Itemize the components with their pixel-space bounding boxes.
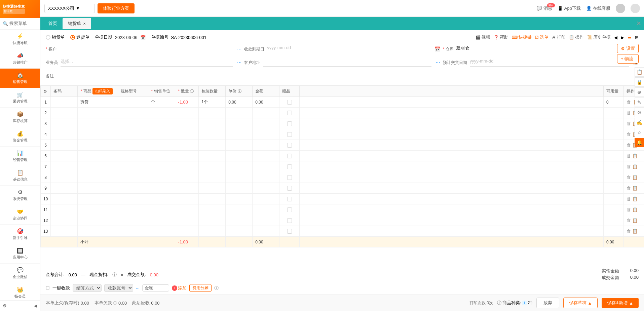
right-sidebar-btn-2[interactable]: 🔒	[635, 77, 644, 87]
sidebar-item-purchase[interactable]: 🛒 采购管理	[0, 88, 40, 108]
sidebar-item-finance[interactable]: 💰 资金管理	[0, 127, 40, 147]
delete-icon[interactable]: 🗑	[627, 218, 631, 223]
help-btn[interactable]: ❓ 帮助	[494, 34, 508, 40]
delete-icon[interactable]: 🗑	[627, 207, 631, 212]
row-qty[interactable]: -1.00	[175, 97, 199, 108]
customer-addr-dots[interactable]: ···	[435, 60, 440, 66]
copy-icon[interactable]: 📋	[632, 218, 638, 223]
delete-icon[interactable]: 🗑	[627, 143, 631, 148]
amount-input[interactable]	[142, 284, 169, 291]
sidebar-item-basic[interactable]: 📋 基础信息	[0, 166, 40, 186]
tab-home[interactable]: 首页	[43, 18, 63, 29]
tab-sales-order[interactable]: 销货单 ✕	[63, 18, 91, 29]
operation-btn[interactable]: 📋 操作	[569, 34, 584, 40]
row-gift[interactable]	[279, 97, 300, 108]
copy-icon[interactable]: 📋	[632, 196, 638, 201]
row-product[interactable]: 拆货	[78, 97, 118, 108]
abandon-button[interactable]: 放弃	[536, 298, 559, 308]
right-sidebar-btn-1[interactable]: 📋	[635, 67, 644, 77]
copy-icon[interactable]: 📋	[632, 164, 638, 169]
scan-button[interactable]: 扫码录入	[92, 88, 113, 94]
collapse-icon[interactable]: ◀	[34, 303, 37, 308]
delete-icon[interactable]: 🗑	[627, 196, 631, 201]
sidebar-item-management[interactable]: 📊 经营管理	[0, 147, 40, 166]
account-select[interactable]: 收款账号	[104, 284, 133, 292]
delete-icon[interactable]: 🗑	[627, 164, 631, 169]
right-sidebar-btn-6[interactable]: ✍	[635, 118, 644, 127]
delete-icon[interactable]: 🗑	[627, 175, 631, 180]
avatar2[interactable]	[631, 4, 640, 13]
right-sidebar-btn-7[interactable]: ☆	[635, 128, 644, 137]
delete-icon[interactable]: 🗑	[627, 153, 631, 158]
radio-sales-order[interactable]: 销货单	[46, 34, 65, 40]
pick-btn[interactable]: ☑ 选单	[535, 34, 548, 40]
row-spec[interactable]	[118, 97, 148, 108]
sidebar-item-inventory[interactable]: 📦 库存核算	[0, 108, 40, 127]
avatar[interactable]	[616, 4, 625, 13]
history-btn[interactable]: 📜 历史单据	[587, 34, 611, 40]
next-icon[interactable]: ▶	[621, 35, 624, 40]
row-unit[interactable]: 个	[148, 97, 175, 108]
copy-icon[interactable]: 📋	[632, 186, 638, 191]
window-close-icon[interactable]: ✕	[636, 20, 641, 27]
shortcut-btn[interactable]: ⌨ 快捷键	[512, 34, 532, 40]
prev-icon[interactable]: ◀	[614, 35, 617, 40]
print-btn[interactable]: 🖨 打印	[552, 34, 566, 40]
delete-icon[interactable]: 🗑	[627, 229, 631, 234]
view-list-icon[interactable]: ☰	[628, 35, 632, 40]
customer-addr-input[interactable]	[263, 59, 431, 67]
sidebar-item-member[interactable]: 👑 畅会员	[0, 283, 40, 300]
settings-icon[interactable]: ⚙	[3, 303, 7, 308]
trial-button[interactable]: 体验行业方案	[98, 3, 135, 13]
online-service-button[interactable]: 👤 在线客服	[586, 5, 610, 11]
message-button[interactable]: 💬 消息 99+	[537, 5, 552, 11]
notes-input[interactable]	[56, 72, 639, 80]
sidebar-item-enterprise[interactable]: 🤝 企业协同	[0, 205, 40, 225]
company-selector[interactable]: XXXXXX公司 ▼	[44, 4, 95, 13]
row-amount[interactable]: 0.00	[253, 97, 279, 108]
delete-icon[interactable]: 🗑	[627, 186, 631, 191]
view-grid-icon[interactable]: ⊞	[635, 35, 639, 40]
settings-button[interactable]: ⚙ 设置	[617, 44, 639, 53]
sidebar-item-marketing[interactable]: 📣 营销推广	[0, 49, 40, 69]
save-draft-button[interactable]: 保存草稿 ▲	[563, 298, 598, 308]
row-barcode[interactable]	[51, 97, 78, 108]
right-sidebar-btn-5[interactable]: ⊙	[635, 108, 644, 117]
right-sidebar-btn-3[interactable]: ⊕	[635, 87, 644, 97]
calc-method-select[interactable]: 结算方式	[73, 284, 102, 292]
account-dots[interactable]: ···	[136, 285, 140, 290]
sidebar-item-quicknav[interactable]: ⚡ 快捷导航	[0, 30, 40, 49]
salesperson-input[interactable]: 选择...	[61, 59, 233, 67]
sidebar-item-guide[interactable]: 🎯 新手引导	[0, 225, 40, 244]
copy-icon[interactable]: 📋	[632, 229, 638, 234]
right-sidebar-btn-4[interactable]: ✎	[635, 98, 644, 107]
video-btn[interactable]: 🎬 视频	[476, 34, 490, 40]
sidebar-search-item[interactable]: 🔍 搜索菜单	[0, 18, 40, 30]
save-new-button[interactable]: 保存&新增 ▲	[602, 298, 639, 308]
expected-date-input[interactable]: yyyy-mm-dd	[470, 59, 629, 67]
sidebar-item-apps[interactable]: 🔲 应用中心	[0, 244, 40, 264]
app-download-button[interactable]: 📱 App下载	[558, 5, 581, 11]
calendar-icon[interactable]: 📅	[140, 35, 146, 40]
salesperson-dots[interactable]: ···	[237, 60, 241, 66]
add-button[interactable]: + 添加	[172, 285, 187, 291]
copy-icon[interactable]: 📋	[632, 207, 638, 212]
customer-input[interactable]	[59, 45, 233, 53]
sidebar-item-wechat[interactable]: 💬 企业微信	[0, 264, 40, 283]
row-price[interactable]: 0.00	[226, 97, 253, 108]
payment-calendar-icon[interactable]: 📅	[434, 46, 440, 52]
radio-return-order[interactable]: 退货单	[70, 34, 89, 40]
logistics-button[interactable]: + 物流	[617, 54, 639, 64]
delete-icon[interactable]: 🗑	[627, 110, 631, 115]
th-settings[interactable]: ⚙	[41, 86, 51, 97]
fee-split-button[interactable]: 费用分摊	[189, 284, 212, 292]
warehouse-input[interactable]: 建材仓	[456, 45, 630, 53]
right-sidebar-btn-8[interactable]: 🔔	[635, 138, 644, 147]
copy-icon[interactable]: 📋	[632, 153, 638, 158]
tab-close-icon[interactable]: ✕	[83, 22, 86, 26]
delete-icon[interactable]: 🗑	[627, 100, 631, 105]
customer-dots[interactable]: ···	[237, 46, 241, 52]
delete-icon[interactable]: 🗑	[627, 132, 631, 137]
copy-icon[interactable]: 📋	[632, 175, 638, 180]
one-click-pay-checkbox[interactable]: ☐	[46, 285, 50, 290]
